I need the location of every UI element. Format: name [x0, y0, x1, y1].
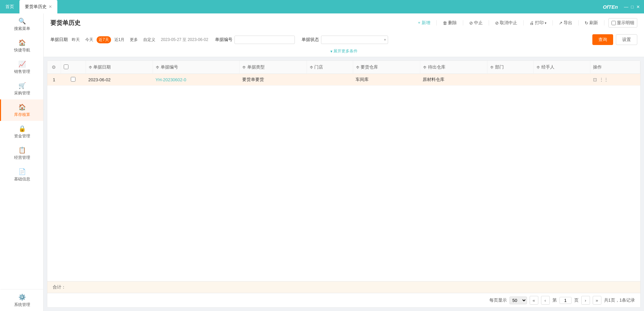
filter-date-group: 单据日期 昨天 今天 近7天 近1月 更多 自定义 2023-05-27 至 2…	[50, 36, 208, 43]
sidebar-item-finance-mgmt-label: 资金管理	[14, 133, 30, 139]
status-select-wrapper: ▾	[321, 36, 388, 44]
tab-requisition-history-label: 要货单历史	[25, 4, 47, 10]
col-docno[interactable]: ≑ 单据编号	[153, 61, 239, 74]
table-row: 1 2023-06-02 YH-20230602-0 要货单要货 车间库	[47, 74, 640, 86]
sidebar-item-inventory[interactable]: 🏠 库存核算	[0, 99, 43, 121]
date-btn-1month[interactable]: 近1月	[112, 36, 127, 43]
operations-mgmt-icon: 📋	[18, 147, 26, 153]
display-detail-button[interactable]: 显示明细	[608, 18, 637, 28]
sidebar-item-quick-nav-label: 快捷导航	[14, 47, 30, 53]
row-checkbox-cell	[61, 74, 86, 86]
date-range-display: 2023-05-27 至 2023-06-02	[161, 37, 208, 43]
toolbar: + 新增 🗑 删除 ⊘ 中止 ⊘ 取消中止	[416, 18, 637, 28]
next-page-btn[interactable]: ›	[581, 296, 590, 305]
print-icon: 🖨	[530, 20, 534, 26]
tab-home[interactable]: 首页	[0, 0, 19, 13]
top-bar: 首页 要货单历史 ✕ OfTEn — □ ✕	[0, 0, 644, 13]
cancel-stop-button[interactable]: ⊘ 取消中止	[493, 18, 519, 27]
summary-label: 合计：	[53, 284, 66, 290]
sidebar: 🔍 搜索菜单 🏠 快捷导航 📈 销售管理 🛒 采购管理 🏠 库存核算 🔒 资金管…	[0, 13, 44, 311]
expand-more-button[interactable]: ▾ 展开更多条件	[330, 48, 358, 54]
sidebar-item-sales-mgmt[interactable]: 📈 销售管理	[0, 56, 43, 78]
brand-label: OfTEn	[603, 4, 618, 10]
cancel-stop-icon: ⊘	[495, 20, 499, 26]
last-page-btn[interactable]: »	[593, 296, 601, 305]
display-detail-checkbox[interactable]	[611, 21, 616, 25]
sales-mgmt-icon: 📈	[18, 61, 26, 67]
status-filter-select[interactable]	[321, 36, 388, 44]
first-page-btn[interactable]: «	[530, 296, 538, 305]
close-btn[interactable]: ✕	[636, 4, 640, 9]
sidebar-item-operations-mgmt-label: 经营管理	[14, 155, 30, 161]
date-btn-7days[interactable]: 近7天	[97, 36, 111, 43]
prev-page-btn[interactable]: ‹	[541, 296, 550, 305]
filter-row: 单据日期 昨天 今天 近7天 近1月 更多 自定义 2023-05-27 至 2…	[50, 31, 637, 47]
row-dept	[487, 74, 534, 86]
stop-button[interactable]: ⊘ 中止	[467, 18, 485, 27]
filter-docno-group: 单据编号	[215, 36, 295, 44]
page-input-suffix: 页	[574, 297, 579, 303]
stop-label: 中止	[474, 20, 483, 26]
row-no: 1	[47, 74, 61, 86]
col-doctype[interactable]: ≑ 单据类型	[239, 61, 307, 74]
main-layout: 🔍 搜索菜单 🏠 快捷导航 📈 销售管理 🛒 采购管理 🏠 库存核算 🔒 资金管…	[0, 13, 644, 311]
page-title: 要货单历史	[50, 19, 80, 27]
col-reqwarehouse[interactable]: ≑ 要货仓库	[353, 61, 420, 74]
expand-more-row: ▾ 展开更多条件	[50, 47, 637, 57]
quick-nav-icon: 🏠	[18, 40, 26, 46]
col-pendingwarehouse[interactable]: ≑ 待出仓库	[420, 61, 487, 74]
delete-button[interactable]: 🗑 删除	[441, 18, 459, 27]
sidebar-item-operations-mgmt[interactable]: 📋 经营管理	[0, 142, 43, 164]
minimize-btn[interactable]: —	[624, 4, 628, 9]
sidebar-item-quick-nav[interactable]: 🏠 快捷导航	[0, 35, 43, 56]
status-filter-label: 单据状态	[302, 37, 319, 43]
col-doctype-label: ≑ 单据类型	[242, 64, 265, 70]
col-store[interactable]: ≑ 门店	[307, 61, 353, 74]
expand-label: 展开更多条件	[333, 48, 358, 54]
finance-mgmt-icon: 🔒	[18, 126, 26, 132]
sidebar-item-system-mgmt[interactable]: ⚙️ 系统管理	[0, 289, 43, 311]
refresh-button[interactable]: ↻ 刷新	[583, 18, 600, 27]
date-btn-today[interactable]: 今天	[83, 36, 95, 43]
tab-requisition-history[interactable]: 要货单历史 ✕	[19, 0, 57, 13]
tab-home-label: 首页	[5, 4, 14, 10]
date-btn-more[interactable]: 更多	[128, 36, 140, 43]
sidebar-item-search-menu[interactable]: 🔍 搜索菜单	[0, 13, 43, 35]
col-date[interactable]: ≑ 单据日期	[86, 61, 153, 74]
row-docno-link[interactable]: YH-20230602-0	[156, 77, 186, 82]
sidebar-item-inventory-label: 库存核算	[14, 112, 30, 118]
filter-status-group: 单据状态 ▾	[302, 36, 388, 44]
col-handler[interactable]: ≑ 经手人	[534, 61, 590, 74]
page-number-input[interactable]	[559, 297, 572, 304]
purchase-mgmt-icon: 🛒	[18, 83, 26, 89]
col-actions-label: 操作	[593, 64, 602, 70]
row-checkbox[interactable]	[71, 77, 75, 82]
search-button[interactable]: 查询	[592, 34, 613, 45]
sidebar-item-finance-mgmt[interactable]: 🔒 资金管理	[0, 121, 43, 142]
total-info: 共1页，1条记录	[604, 297, 635, 303]
docno-filter-input[interactable]	[234, 36, 295, 44]
sidebar-item-basic-info-label: 基础信息	[14, 176, 30, 182]
row-more-icon[interactable]: ⋮⋮	[599, 77, 608, 82]
display-detail-label: 显示明细	[617, 20, 634, 26]
sidebar-item-purchase-mgmt[interactable]: 🛒 采购管理	[0, 78, 43, 99]
tab-close-icon[interactable]: ✕	[49, 4, 52, 9]
maximize-btn[interactable]: □	[631, 4, 634, 9]
date-btn-yesterday[interactable]: 昨天	[70, 36, 82, 43]
date-btn-custom[interactable]: 自定义	[141, 36, 157, 43]
table-settings-icon[interactable]: ⚙	[52, 64, 56, 70]
row-edit-icon[interactable]: ⊡	[593, 77, 597, 82]
settings-button[interactable]: 设置	[616, 34, 637, 45]
col-checkbox	[61, 61, 86, 74]
col-dept[interactable]: ≑ 部门	[487, 61, 534, 74]
print-button[interactable]: 🖨 打印 ▾	[528, 18, 548, 27]
row-pendingwarehouse: 原材料仓库	[420, 74, 487, 86]
page-input-prefix: 第	[552, 297, 557, 303]
export-button[interactable]: ↗ 导出	[557, 18, 574, 27]
sidebar-item-basic-info[interactable]: 📄 基础信息	[0, 164, 43, 185]
new-button[interactable]: + 新增	[416, 18, 432, 27]
per-page-select[interactable]: 10 20 50 100	[509, 297, 527, 304]
select-all-checkbox[interactable]	[64, 64, 68, 69]
row-store	[307, 74, 353, 86]
content-area: 要货单历史 + 新增 🗑 删除 ⊘ 中止 ⊘	[44, 13, 644, 311]
